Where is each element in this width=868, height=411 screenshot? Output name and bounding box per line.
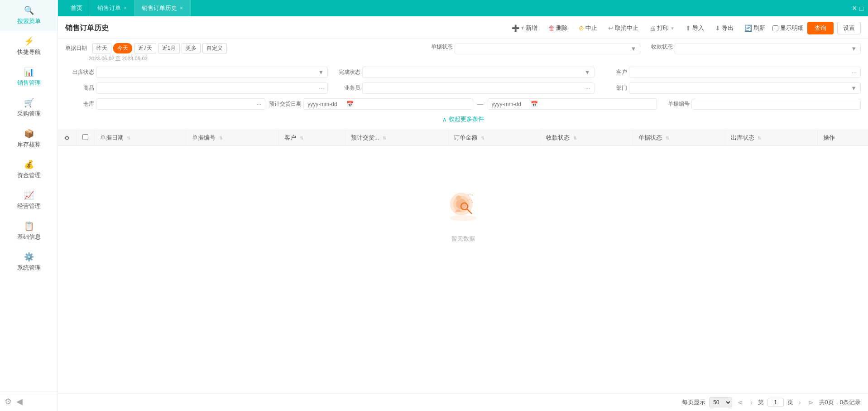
display-cols-checkbox[interactable] bbox=[772, 25, 778, 31]
delivery-date-start-field[interactable]: 📅 bbox=[303, 98, 473, 110]
sidebar-item-baseinfo[interactable]: 📋 基础信息 bbox=[0, 216, 58, 247]
query-button[interactable]: 查询 bbox=[807, 22, 834, 34]
sort-orderstatus-icon[interactable]: ⇅ bbox=[666, 135, 669, 140]
sidebar-collapse-icon[interactable]: ◀ bbox=[16, 396, 23, 406]
tab-sales-order-history-close[interactable]: × bbox=[180, 5, 183, 11]
quicknav-icon: ⚡ bbox=[24, 36, 34, 46]
select-all-checkbox[interactable] bbox=[82, 134, 88, 140]
import-label: 导入 bbox=[692, 24, 704, 32]
date-label: 单据日期 bbox=[65, 44, 91, 52]
next-page-button[interactable]: › bbox=[797, 398, 803, 407]
sidebar-item-purchase[interactable]: 🛒 采购管理 bbox=[0, 92, 58, 123]
sidebar-item-sales-label: 销售管理 bbox=[17, 79, 41, 87]
col-gear[interactable]: ⚙ bbox=[58, 130, 76, 146]
svg-point-0 bbox=[450, 215, 476, 221]
sidebar-item-quicknav-label: 快捷导航 bbox=[17, 48, 41, 56]
order-no-field[interactable] bbox=[691, 99, 861, 110]
date-btn-1month[interactable]: 近1月 bbox=[158, 43, 180, 53]
sort-customer-icon[interactable]: ⇅ bbox=[300, 135, 303, 140]
refresh-button[interactable]: 🔄 刷新 bbox=[741, 22, 769, 34]
sort-date-icon[interactable]: ⇅ bbox=[127, 135, 130, 140]
order-status-label: 单据状态 bbox=[424, 43, 456, 51]
sidebar-item-baseinfo-label: 基础信息 bbox=[17, 233, 41, 241]
collapse-row[interactable]: ∧ 收起更多条件 bbox=[65, 113, 861, 125]
export-icon: ⬇ bbox=[715, 24, 720, 32]
delivery-date-end-field[interactable]: 📅 bbox=[488, 98, 657, 110]
payment-status-arrow: ▼ bbox=[851, 45, 857, 52]
order-status-field[interactable]: ▼ bbox=[455, 43, 641, 54]
cancel-stop-button[interactable]: ↩ 取消中止 bbox=[604, 22, 642, 34]
customer-field[interactable]: ··· bbox=[629, 67, 861, 78]
date-btn-custom[interactable]: 自定义 bbox=[202, 43, 227, 53]
last-page-button[interactable]: ⊳ bbox=[806, 398, 815, 407]
svg-point-6 bbox=[456, 195, 461, 201]
empty-text: 暂无数据 bbox=[451, 235, 475, 243]
gear-icon[interactable]: ⚙ bbox=[64, 135, 70, 141]
tab-sales-order-close[interactable]: × bbox=[124, 5, 127, 11]
sidebar-item-quicknav[interactable]: ⚡ 快捷导航 bbox=[0, 31, 58, 62]
calendar-start-icon[interactable]: 📅 bbox=[346, 101, 354, 107]
sidebar-item-sysmgmt[interactable]: ⚙️ 系统管理 bbox=[0, 247, 58, 277]
sort-order-icon[interactable]: ⇅ bbox=[219, 135, 223, 140]
data-table: ⚙ 单据日期 ⇅ 单据编号 ⇅ bbox=[58, 130, 868, 279]
purchase-icon: 🛒 bbox=[24, 98, 34, 108]
sort-payment-icon[interactable]: ⇅ bbox=[573, 135, 577, 140]
date-btn-today[interactable]: 今天 bbox=[113, 43, 132, 53]
cancel-stop-icon: ↩ bbox=[608, 24, 614, 32]
order-no-input[interactable] bbox=[695, 101, 857, 107]
calendar-end-icon[interactable]: 📅 bbox=[531, 101, 538, 107]
warehouse-field[interactable]: ··· bbox=[96, 98, 265, 110]
sidebar-settings-icon[interactable]: ⚙ bbox=[5, 396, 12, 406]
per-page-select[interactable]: 10 20 50 100 bbox=[709, 397, 732, 407]
col-order-no: 单据编号 ⇅ bbox=[187, 130, 279, 146]
first-page-button[interactable]: ⊲ bbox=[736, 398, 745, 407]
import-button[interactable]: ⬆ 导入 bbox=[682, 22, 708, 34]
display-cols-toggle[interactable]: 显示明细 bbox=[772, 24, 804, 32]
col-order-status: 单据状态 ⇅ bbox=[633, 130, 725, 146]
prev-page-button[interactable]: ‹ bbox=[748, 398, 754, 407]
topbar-close-button[interactable]: × □ bbox=[852, 4, 863, 13]
col-date: 单据日期 ⇅ bbox=[94, 130, 187, 146]
dept-field[interactable]: ▼ bbox=[629, 82, 861, 94]
delivery-date-end-input[interactable] bbox=[492, 101, 528, 107]
salesperson-field[interactable]: ··· bbox=[362, 82, 594, 94]
sort-deliverystatus-icon[interactable]: ⇅ bbox=[758, 135, 761, 140]
sort-amount-icon[interactable]: ⇅ bbox=[481, 135, 484, 140]
print-label: 打印 bbox=[657, 24, 669, 32]
sidebar-item-operations[interactable]: 📈 经营管理 bbox=[0, 185, 58, 216]
toolbar: ➕ + 新增 🗑 删除 ⊘ 中止 ↩ 取消中止 🖨 打印 bbox=[508, 22, 861, 34]
date-btn-yesterday[interactable]: 昨天 bbox=[92, 43, 111, 53]
sidebar-item-inventory[interactable]: 📦 库存核算 bbox=[0, 123, 58, 154]
export-button[interactable]: ⬇ 导出 bbox=[711, 22, 737, 34]
content-area: 销售订单历史 ➕ + 新增 🗑 删除 ⊘ 中止 ↩ 取消中止 bbox=[58, 16, 868, 411]
tab-sales-order-history[interactable]: 销售订单历史 × bbox=[134, 0, 191, 16]
col-check[interactable] bbox=[76, 130, 94, 146]
stop-button[interactable]: ⊘ 中止 bbox=[575, 22, 601, 34]
delivery-status-field[interactable]: ▼ bbox=[96, 67, 328, 78]
page-label-after: 页 bbox=[787, 398, 793, 406]
date-btn-7days[interactable]: 近7天 bbox=[134, 43, 156, 53]
product-field[interactable]: ··· bbox=[96, 82, 328, 94]
payment-status-field[interactable]: ▼ bbox=[675, 43, 861, 54]
settings-button[interactable]: 设置 bbox=[837, 22, 861, 34]
page-input[interactable] bbox=[767, 398, 784, 407]
delivery-date-start-input[interactable] bbox=[307, 101, 344, 107]
date-btn-more[interactable]: 更多 bbox=[182, 43, 201, 53]
completion-status-field[interactable]: ▼ bbox=[362, 67, 594, 78]
sidebar-item-search[interactable]: 🔍 搜索菜单 bbox=[0, 0, 58, 31]
print-button[interactable]: 🖨 打印 ▼ bbox=[646, 22, 678, 34]
table-footer: 每页显示 10 20 50 100 ⊲ ‹ 第 页 › ⊳ 共0页，0条记录 bbox=[58, 393, 868, 411]
completion-status-arrow: ▼ bbox=[585, 69, 590, 76]
sort-delivery-icon[interactable]: ⇅ bbox=[383, 135, 386, 140]
col-payment-status: 收款状态 ⇅ bbox=[541, 130, 633, 146]
new-button[interactable]: ➕ + 新增 bbox=[508, 22, 541, 34]
delete-button[interactable]: 🗑 删除 bbox=[545, 22, 571, 34]
sidebar-item-finance[interactable]: 💰 资金管理 bbox=[0, 154, 58, 185]
import-icon: ⬆ bbox=[686, 24, 691, 32]
new-icon: ➕ bbox=[512, 24, 519, 32]
order-status-arrow: ▼ bbox=[631, 45, 637, 52]
sidebar-item-sales[interactable]: 📊 销售管理 bbox=[0, 62, 58, 92]
stop-icon: ⊘ bbox=[579, 24, 584, 32]
tab-home[interactable]: 首页 bbox=[63, 0, 90, 16]
tab-sales-order[interactable]: 销售订单 × bbox=[90, 0, 134, 16]
